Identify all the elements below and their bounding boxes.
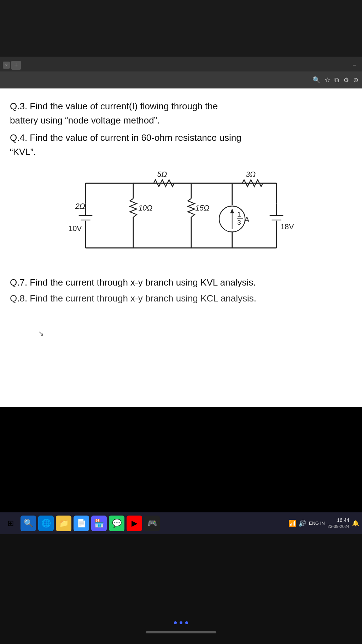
svg-text:3: 3 bbox=[237, 219, 241, 226]
question-8-text: Q.8. Find the current through x-y branch… bbox=[10, 292, 352, 305]
search-icon[interactable]: 🔍 bbox=[313, 76, 320, 84]
dot-1 bbox=[174, 621, 177, 624]
search-taskbar-button[interactable]: 🔍 bbox=[21, 516, 36, 531]
network-icon: 📶 bbox=[288, 519, 296, 527]
edge-browser-icon[interactable]: 🌐 bbox=[38, 516, 54, 531]
content-area: Q.3. Find the value of current(I) flowin… bbox=[0, 88, 362, 407]
reader-mode-icon[interactable]: ⧉ bbox=[334, 76, 339, 84]
question-3-text: Q.3. Find the value of current(I) flowin… bbox=[10, 99, 352, 128]
svg-text:2Ω: 2Ω bbox=[75, 202, 85, 210]
question-4-text: Q.4. Find the value of current in 60-ohm… bbox=[10, 131, 352, 159]
q8-content: Q.8. Find the current through x-y branch… bbox=[10, 293, 256, 304]
circuit-svg: 2Ω 10V 10Ω 5Ω bbox=[61, 169, 301, 265]
store-icon[interactable]: 🏪 bbox=[91, 516, 107, 531]
browser-chrome: × + − 🔍 ☆ ⧉ ⚙ ⊕ bbox=[0, 57, 362, 88]
q7-content: Q.7. Find the current through x-y branch… bbox=[10, 277, 256, 288]
dot-3 bbox=[185, 621, 188, 624]
svg-text:3Ω: 3Ω bbox=[246, 170, 256, 178]
clock: 16:44 23-09-2024 bbox=[328, 517, 349, 530]
bottom-area bbox=[0, 534, 362, 644]
volume-icon: 🔊 bbox=[298, 519, 306, 527]
home-indicator bbox=[146, 631, 216, 633]
whatsapp-icon[interactable]: 💬 bbox=[109, 516, 124, 531]
file-explorer-icon[interactable]: 📁 bbox=[56, 516, 71, 531]
sys-tray-icons: 📶 🔊 bbox=[288, 519, 306, 527]
dot-2 bbox=[180, 621, 182, 624]
taskbar-dots bbox=[174, 621, 188, 624]
extensions-icon[interactable]: ⊕ bbox=[353, 76, 358, 84]
files-icon[interactable]: 📄 bbox=[74, 516, 89, 531]
tab-bar: × + − bbox=[0, 57, 362, 71]
q3-line1: Q.3. Find the value of current(I) flowin… bbox=[10, 101, 218, 111]
q3-line2: battery using “node voltage method”. bbox=[10, 115, 159, 126]
youtube-icon[interactable]: ▶ bbox=[127, 516, 142, 531]
q4-line1: Q.4. Find the value of current in 60-ohm… bbox=[10, 132, 241, 143]
system-tray: 📶 🔊 ENG IN 16:44 23-09-2024 🔔 bbox=[288, 517, 359, 530]
new-tab-button[interactable]: + bbox=[11, 61, 21, 70]
time-display: 16:44 bbox=[328, 517, 349, 524]
date-display: 23-09-2024 bbox=[328, 524, 349, 530]
minimize-button[interactable]: − bbox=[350, 61, 359, 70]
svg-text:5Ω: 5Ω bbox=[157, 170, 167, 178]
svg-text:10V: 10V bbox=[69, 224, 82, 232]
svg-marker-21 bbox=[230, 209, 234, 213]
star-icon[interactable]: ☆ bbox=[325, 76, 330, 84]
collections-icon[interactable]: ⚙ bbox=[343, 76, 349, 84]
language-indicator: ENG IN bbox=[309, 521, 325, 526]
svg-text:15Ω: 15Ω bbox=[195, 204, 210, 212]
question-7-text: Q.7. Find the current through x-y branch… bbox=[10, 276, 352, 289]
lang-text: ENG IN bbox=[309, 521, 325, 526]
top-bezel bbox=[0, 0, 362, 57]
game-icon[interactable]: 🎮 bbox=[144, 516, 160, 531]
q4-line2: “KVL”. bbox=[10, 146, 36, 157]
address-bar: 🔍 ☆ ⧉ ⚙ ⊕ bbox=[0, 71, 362, 88]
tab-close-button[interactable]: × bbox=[3, 62, 10, 69]
svg-text:10Ω: 10Ω bbox=[138, 204, 152, 212]
taskbar: ⊞ 🔍 🌐 📁 📄 🏪 💬 ▶ 🎮 📶 🔊 ENG IN 16:44 23-09… bbox=[0, 512, 362, 534]
svg-text:18V: 18V bbox=[281, 223, 294, 231]
notifications-icon[interactable]: 🔔 bbox=[352, 520, 359, 527]
circuit-diagram: 2Ω 10V 10Ω 5Ω bbox=[10, 169, 352, 265]
svg-text:1: 1 bbox=[237, 211, 241, 218]
mouse-cursor: ↘ bbox=[38, 329, 44, 338]
start-button[interactable]: ⊞ bbox=[3, 516, 18, 531]
svg-text:A: A bbox=[244, 216, 250, 224]
